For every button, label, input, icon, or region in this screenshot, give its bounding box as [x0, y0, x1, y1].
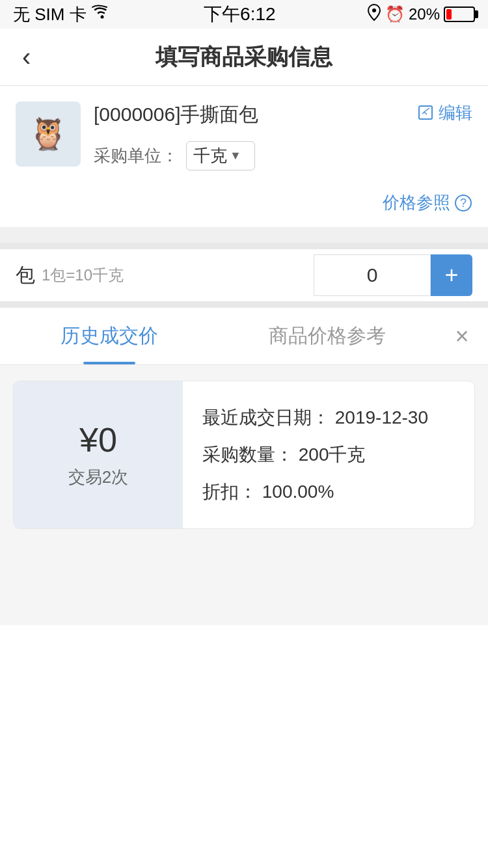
- history-details: 最近成交日期： 2019-12-30 采购数量： 200千克 折扣： 100.0…: [183, 381, 474, 528]
- quantity-hint: 1包=10千克: [42, 265, 124, 286]
- unit-label: 采购单位：: [94, 144, 178, 167]
- history-purchase-qty-row: 采购数量： 200千克: [202, 442, 455, 467]
- tab-history-price[interactable]: 历史成交价: [0, 308, 218, 364]
- wifi-icon: [92, 5, 113, 25]
- history-trade-count: 交易2次: [68, 466, 128, 489]
- tabs-container: 历史成交价 商品价格参考 ×: [0, 308, 488, 365]
- unit-select-dropdown[interactable]: 千克 ▼: [186, 141, 255, 170]
- thin-divider: [0, 301, 488, 308]
- history-price-summary: ¥0 交易2次: [14, 381, 183, 528]
- unit-value: 千克: [193, 144, 227, 167]
- status-left: 无 SIM 卡: [13, 3, 113, 26]
- product-top-row: 🦉 [0000006]手撕面包 采购单位： 千克 ▼ 编: [16, 102, 472, 170]
- nav-bar: ‹ 填写商品采购信息: [0, 29, 488, 86]
- recent-date-value: 2019-12-30: [335, 407, 428, 427]
- purchase-qty-label: 采购数量：: [202, 444, 293, 465]
- status-bar: 无 SIM 卡 下午6:12 ⏰ 20%: [0, 0, 488, 29]
- bottom-area: [0, 625, 488, 868]
- tab-product-price-ref[interactable]: 商品价格参考: [218, 308, 436, 364]
- page-title: 填写商品采购信息: [156, 42, 332, 72]
- edit-button[interactable]: 编辑: [418, 102, 472, 124]
- alarm-icon: ⏰: [385, 5, 405, 23]
- tab-close-button[interactable]: ×: [436, 323, 488, 350]
- svg-text:?: ?: [460, 197, 467, 210]
- history-price-value: ¥0: [79, 420, 117, 459]
- product-logo-icon: 🦉: [29, 116, 68, 152]
- quantity-controls: 0 +: [314, 254, 472, 296]
- recent-date-label: 最近成交日期：: [202, 407, 330, 427]
- quantity-unit: 包: [16, 262, 35, 289]
- dropdown-arrow-icon: ▼: [230, 149, 241, 163]
- price-ref-row: 价格参照 ?: [16, 170, 472, 227]
- tab-product-price-ref-label: 商品价格参考: [269, 323, 386, 349]
- battery-fill: [446, 9, 452, 20]
- tab-active-indicator: [83, 362, 135, 364]
- quantity-value: 0: [367, 264, 378, 286]
- quantity-row: 包 1包=10千克 0 +: [0, 249, 488, 301]
- tab-history-price-label: 历史成交价: [61, 323, 158, 349]
- product-card: 🦉 [0000006]手撕面包 采购单位： 千克 ▼ 编: [0, 86, 488, 227]
- product-name: [0000006]手撕面包: [94, 102, 418, 128]
- location-icon: [367, 4, 381, 25]
- history-discount-row: 折扣： 100.00%: [202, 479, 455, 504]
- back-button[interactable]: ‹: [16, 36, 37, 78]
- product-thumbnail: 🦉: [16, 102, 81, 167]
- battery-icon: [444, 7, 475, 22]
- svg-point-1: [372, 8, 376, 12]
- svg-point-0: [100, 15, 103, 18]
- battery-percent: 20%: [409, 5, 440, 23]
- price-ref-button[interactable]: 价格参照 ?: [383, 191, 472, 214]
- status-time: 下午6:12: [204, 2, 276, 27]
- product-details: [0000006]手撕面包 采购单位： 千克 ▼: [94, 102, 418, 170]
- product-info: 🦉 [0000006]手撕面包 采购单位： 千克 ▼: [16, 102, 418, 170]
- section-divider: [0, 243, 488, 249]
- unit-row: 采购单位： 千克 ▼: [94, 141, 418, 170]
- quantity-plus-button[interactable]: +: [431, 254, 472, 296]
- discount-value: 100.00%: [262, 481, 334, 502]
- history-card: ¥0 交易2次 最近成交日期： 2019-12-30 采购数量： 200千克 折…: [13, 381, 475, 529]
- content-area: ¥0 交易2次 最近成交日期： 2019-12-30 采购数量： 200千克 折…: [0, 365, 488, 625]
- quantity-input[interactable]: 0: [314, 254, 431, 296]
- discount-label: 折扣：: [202, 481, 257, 502]
- history-recent-date-row: 最近成交日期： 2019-12-30: [202, 405, 455, 430]
- status-right: ⏰ 20%: [367, 4, 475, 25]
- carrier-text: 无 SIM 卡: [13, 3, 87, 26]
- quantity-label-group: 包 1包=10千克: [16, 262, 124, 289]
- purchase-qty-value: 200千克: [299, 444, 366, 465]
